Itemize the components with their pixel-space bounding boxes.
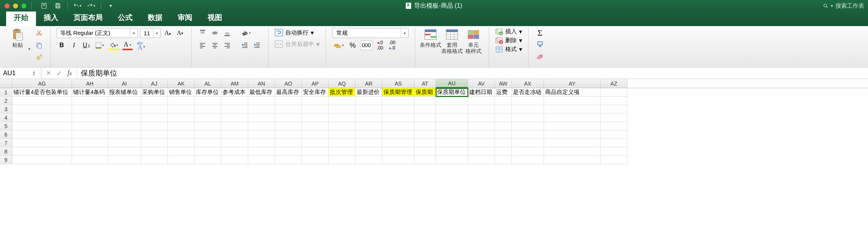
cell[interactable]: 批次管理 [329, 88, 355, 97]
cell[interactable] [12, 114, 72, 122]
cell[interactable] [72, 139, 108, 147]
minimize-window[interactable] [13, 3, 18, 8]
column-header-AJ[interactable]: AJ [141, 79, 168, 88]
cell[interactable] [468, 97, 495, 105]
cell[interactable] [72, 105, 108, 114]
cell[interactable] [72, 147, 108, 156]
name-box-down-icon[interactable]: ▼ [31, 73, 37, 76]
name-box[interactable]: AU1 ▲▼ [0, 67, 41, 79]
cell[interactable] [275, 105, 302, 114]
column-header-AO[interactable]: AO [275, 79, 302, 88]
cell[interactable] [329, 97, 355, 105]
cell[interactable]: 安全库存 [302, 88, 329, 97]
cell[interactable] [468, 114, 495, 122]
cell[interactable] [601, 88, 627, 97]
cell[interactable] [72, 130, 108, 139]
cell[interactable] [414, 130, 436, 139]
cell[interactable] [72, 156, 108, 164]
cell[interactable] [512, 139, 544, 147]
cell[interactable] [195, 105, 221, 114]
save-icon[interactable] [54, 2, 62, 10]
column-header-AH[interactable]: AH [72, 79, 108, 88]
cell[interactable] [436, 130, 468, 139]
cell[interactable] [495, 97, 512, 105]
cell[interactable] [12, 147, 72, 156]
cell[interactable] [195, 139, 221, 147]
tab-data[interactable]: 数据 [140, 9, 170, 26]
cell[interactable] [12, 97, 72, 105]
cell[interactable] [248, 114, 275, 122]
copy-button[interactable] [34, 40, 44, 50]
align-right-button[interactable] [222, 40, 232, 50]
fill-button[interactable] [535, 40, 546, 49]
column-header-AY[interactable]: AY [544, 79, 601, 88]
row-header-2[interactable]: 2 [0, 97, 12, 105]
undo-icon[interactable]: ▾ [73, 2, 82, 10]
cell[interactable] [12, 122, 72, 130]
cell[interactable] [221, 122, 248, 130]
cell[interactable] [221, 114, 248, 122]
grow-font-button[interactable]: A▴ [163, 28, 173, 38]
cell[interactable] [12, 139, 72, 147]
percent-button[interactable]: % [348, 40, 358, 50]
number-format-select[interactable]: 常规▾ [332, 28, 409, 38]
cell[interactable] [382, 122, 414, 130]
cell[interactable] [544, 147, 601, 156]
cell[interactable] [355, 147, 382, 156]
cell[interactable] [108, 147, 141, 156]
cell[interactable] [468, 139, 495, 147]
cell[interactable] [168, 97, 195, 105]
align-left-button[interactable] [198, 40, 208, 50]
formula-input[interactable]: 保质期单位 [77, 67, 868, 79]
cell[interactable] [168, 139, 195, 147]
cell[interactable] [195, 114, 221, 122]
cell[interactable] [355, 156, 382, 164]
indent-increase-button[interactable] [252, 40, 262, 50]
column-header-AZ[interactable]: AZ [601, 79, 627, 88]
cell[interactable] [108, 122, 141, 130]
cell[interactable] [495, 139, 512, 147]
row-header-7[interactable]: 7 [0, 139, 12, 147]
cell[interactable]: 销售单位 [168, 88, 195, 97]
merge-center-button[interactable]: 合并后居中 ▾ [275, 40, 319, 48]
wrap-text-button[interactable]: 自动换行 ▾ [275, 29, 319, 36]
cell[interactable]: 是否走冻链 [512, 88, 544, 97]
cell[interactable] [195, 156, 221, 164]
currency-button[interactable]: ▾ [332, 40, 346, 50]
cell[interactable] [414, 114, 436, 122]
paste-button[interactable]: 粘贴 [7, 27, 28, 58]
cell[interactable]: 保质期管理 [382, 88, 414, 97]
cell[interactable] [436, 114, 468, 122]
column-header-AM[interactable]: AM [221, 79, 248, 88]
column-header-AW[interactable]: AW [495, 79, 512, 88]
cell[interactable] [302, 122, 329, 130]
cell[interactable] [221, 156, 248, 164]
column-header-AR[interactable]: AR [355, 79, 382, 88]
cell[interactable] [168, 105, 195, 114]
cell[interactable]: 采购单位 [141, 88, 168, 97]
cell[interactable]: 最新进价 [355, 88, 382, 97]
cell[interactable] [275, 114, 302, 122]
cell[interactable] [512, 105, 544, 114]
cell[interactable] [72, 122, 108, 130]
cell[interactable] [221, 97, 248, 105]
cell[interactable] [168, 114, 195, 122]
cell[interactable] [468, 130, 495, 139]
select-all-corner[interactable] [0, 79, 12, 88]
cell[interactable] [468, 105, 495, 114]
cell[interactable] [512, 147, 544, 156]
cell[interactable]: 运费 [495, 88, 512, 97]
cell[interactable] [108, 156, 141, 164]
column-header-AT[interactable]: AT [414, 79, 436, 88]
cell[interactable] [495, 114, 512, 122]
orientation-button[interactable]: ab▾ [240, 28, 252, 38]
cell[interactable] [329, 105, 355, 114]
fill-color-button[interactable]: ▾ [108, 40, 120, 50]
sheet-search[interactable]: ▾ 搜索工作表 [823, 2, 864, 10]
underline-button[interactable]: U▾ [81, 40, 92, 50]
cell[interactable] [382, 139, 414, 147]
cell[interactable] [544, 130, 601, 139]
cell[interactable] [108, 97, 141, 105]
cell[interactable] [436, 147, 468, 156]
close-window[interactable] [5, 3, 10, 8]
